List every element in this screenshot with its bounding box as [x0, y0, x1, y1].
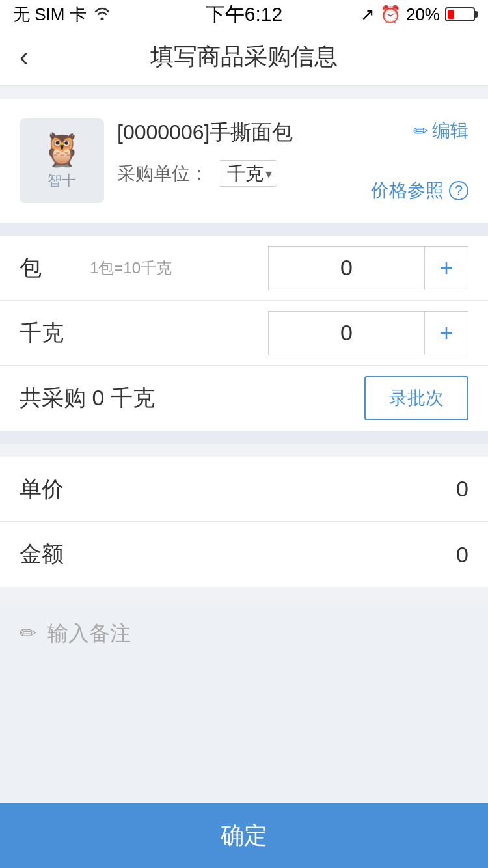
amount-label: 金额 [20, 539, 64, 569]
amount-row: 金额 0 [0, 522, 488, 587]
unit-price-value: 0 [456, 476, 468, 502]
section-divider-2 [0, 431, 488, 444]
note-section[interactable]: ✏ 输入备注 [0, 600, 488, 704]
status-time: 下午6:12 [206, 1, 282, 28]
batch-label: 录批次 [389, 386, 444, 411]
location-icon: ↗ [360, 5, 375, 25]
carrier-text: 无 SIM 卡 [13, 3, 87, 26]
price-section: 单价 0 金额 0 [0, 457, 488, 587]
back-button[interactable]: ‹ [20, 42, 28, 72]
svg-point-0 [100, 17, 103, 20]
price-ref-label: 价格参照 [371, 178, 444, 203]
bao-sublabel: 1包=10千克 [90, 258, 172, 278]
confirm-button[interactable]: 确定 [0, 803, 488, 868]
status-bar: 无 SIM 卡 下午6:12 ↗ ⏰ 20% [0, 0, 488, 29]
bao-input-row: 包 1包=10千克 + [0, 236, 488, 301]
battery-percent: 20% [406, 5, 440, 25]
unit-price-row: 单价 0 [0, 457, 488, 522]
nav-bar: ‹ 填写商品采购信息 [0, 29, 488, 86]
kg-input-right: + [268, 311, 468, 355]
unit-select-wrapper[interactable]: 千克 包 [219, 160, 277, 187]
bao-input[interactable] [268, 246, 424, 290]
summary-text: 共采购 0 千克 [20, 383, 155, 413]
status-right: ↗ ⏰ 20% [360, 5, 475, 25]
kg-input[interactable] [268, 311, 424, 355]
edit-icon: ✏ [413, 120, 428, 142]
price-ref-help-icon[interactable]: ? [449, 181, 468, 200]
amount-value: 0 [456, 542, 468, 567]
note-pencil-icon: ✏ [20, 621, 37, 645]
bao-label: 包 [20, 253, 85, 283]
page-title: 填写商品采购信息 [150, 41, 338, 73]
product-image: 🦉 智十 [20, 118, 104, 203]
unit-select[interactable]: 千克 包 [219, 160, 277, 187]
confirm-label: 确定 [221, 820, 267, 852]
edit-button[interactable]: ✏ 编辑 [413, 118, 468, 143]
wifi-icon [93, 5, 111, 25]
note-placeholder: 输入备注 [47, 619, 131, 648]
bao-plus-button[interactable]: + [424, 246, 468, 290]
input-section: 包 1包=10千克 + 千克 + 共采购 0 千克 录批次 [0, 236, 488, 431]
kg-plus-button[interactable]: + [424, 311, 468, 355]
kg-label: 千克 [20, 318, 85, 348]
price-ref-button[interactable]: 价格参照 ? [371, 178, 468, 203]
product-logo-owl: 🦉 [42, 131, 82, 169]
unit-price-label: 单价 [20, 474, 64, 504]
summary-row: 共采购 0 千克 录批次 [0, 366, 488, 431]
alarm-icon: ⏰ [380, 5, 401, 25]
batch-button[interactable]: 录批次 [364, 376, 468, 420]
bao-input-right: + [268, 246, 468, 290]
battery-icon [445, 7, 475, 21]
unit-label: 采购单位： [117, 161, 208, 186]
edit-label: 编辑 [432, 118, 468, 143]
kg-input-row: 千克 + [0, 301, 488, 366]
product-card: 🦉 智十 [0000006]手撕面包 采购单位： 千克 包 ✏ 编辑 价格参照 [0, 99, 488, 223]
status-left: 无 SIM 卡 [13, 3, 111, 26]
product-logo-text: 智十 [47, 171, 76, 191]
section-divider-1 [0, 223, 488, 236]
